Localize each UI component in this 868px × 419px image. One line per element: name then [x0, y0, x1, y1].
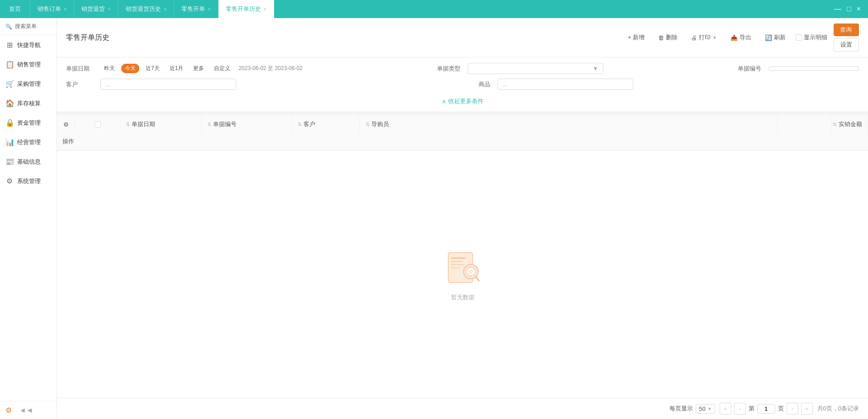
nav-tabs: 首页 销售订单 × 销货退货 × 销货退货历史 × 零售开单 × 零售开单历史 … — [0, 0, 827, 18]
display-detail-toggle[interactable]: 显示明细 — [796, 33, 827, 42]
query-button[interactable]: 查询 — [834, 24, 859, 36]
content-area: 零售开单历史 + 新增 🗑 删除 🖨 打印 ▼ 📤 导出 🔄 — [57, 18, 868, 419]
th-customer[interactable]: ⇅ 客户 — [292, 116, 360, 133]
per-page-value: 50 — [699, 405, 705, 412]
select-all-checkbox[interactable] — [95, 121, 101, 127]
th-guide[interactable]: ⇅ 导购员 — [360, 116, 778, 133]
print-dropdown-icon: ▼ — [712, 35, 717, 40]
th-doc-no-icon: ⇅ — [207, 122, 211, 127]
tab-sales-return-history-close[interactable]: × — [164, 6, 166, 12]
query-setting-group: 查询 设置 — [834, 24, 859, 52]
sidebar-item-quick-nav-label: 快捷导航 — [17, 41, 41, 49]
customer-filter-label: 客户 — [66, 80, 93, 89]
collapse-filter-btn[interactable]: ∧ 收起更多条件 — [66, 94, 859, 106]
date-btn-7days[interactable]: 近7天 — [142, 64, 163, 73]
th-doc-date-label: 单据日期 — [132, 120, 155, 128]
tab-sales-return[interactable]: 销货退货 × — [74, 0, 118, 18]
th-doc-date-icon: ⇅ — [126, 122, 130, 127]
print-button[interactable]: 🖨 打印 ▼ — [688, 32, 721, 43]
display-detail-checkbox[interactable] — [796, 34, 802, 41]
per-page-arrow: ▼ — [707, 406, 712, 411]
export-button[interactable]: 📤 导出 — [727, 32, 755, 43]
sidebar-item-inventory[interactable]: 🏠 库存核算 — [0, 94, 57, 113]
per-page-label: 每页显示 — [669, 405, 693, 413]
sidebar-item-operations[interactable]: 📊 经营管理 — [0, 132, 57, 152]
svg-rect-1 — [451, 257, 465, 259]
sidebar-item-finance-label: 资金管理 — [17, 119, 41, 127]
doc-type-label: 单据类型 — [437, 65, 460, 73]
tab-retail-open-history[interactable]: 零售开单历史 × — [218, 0, 274, 18]
date-range-display: 2023-06-02 至 2023-06-02 — [238, 65, 302, 72]
window-close-btn[interactable]: × — [857, 5, 861, 13]
tab-sales-return-label: 销货退货 — [81, 5, 105, 13]
tab-retail-open-history-label: 零售开单历史 — [226, 5, 261, 13]
tab-sales-order[interactable]: 销售订单 × — [30, 0, 74, 18]
quick-nav-icon: ⊞ — [5, 41, 14, 49]
inventory-icon: 🏠 — [5, 99, 14, 108]
sidebar-item-sales-mgmt[interactable]: 📋 销售管理 — [0, 55, 57, 74]
sidebar-item-system-label: 系统管理 — [17, 177, 41, 185]
tab-sales-return-history[interactable]: 销货退货历史 × — [119, 0, 174, 18]
sidebar-search[interactable]: 🔍 搜索菜单 — [0, 18, 57, 35]
sidebar-search-inner[interactable]: 🔍 搜索菜单 — [5, 23, 51, 30]
th-operations-label: 操作 — [62, 137, 74, 146]
tab-home-label: 首页 — [9, 5, 21, 13]
th-doc-no-label: 单据编号 — [213, 120, 237, 128]
refresh-button[interactable]: 🔄 刷新 — [761, 32, 789, 43]
date-filter-label: 单据日期 — [66, 65, 93, 73]
svg-rect-4 — [451, 267, 460, 268]
prev-page-btn[interactable]: ‹ — [734, 403, 746, 414]
column-settings-icon[interactable]: ⚙ — [63, 121, 69, 128]
add-button[interactable]: + 新增 — [624, 32, 648, 43]
export-icon: 📤 — [730, 34, 738, 41]
sidebar-settings-icon[interactable]: ⚙ — [5, 406, 12, 414]
date-btn-more[interactable]: 更多 — [190, 64, 208, 73]
pagination: 每页显示 50 ▼ « ‹ 第 页 › » 共0页，0条记录 — [57, 398, 868, 419]
date-btn-custom[interactable]: 自定义 — [210, 64, 234, 73]
empty-state: 暂无数据 — [440, 247, 485, 301]
sidebar-item-basic-info[interactable]: 📰 基础信息 — [0, 152, 57, 171]
th-doc-no[interactable]: ⇅ 单据编号 — [202, 116, 292, 133]
last-page-btn[interactable]: » — [801, 403, 813, 414]
date-btn-yesterday[interactable]: 昨天 — [100, 64, 119, 73]
table-wrapper: ⚙ ⇅ 单据日期 ⇅ 单据编号 ⇅ 客户 ⇅ — [57, 116, 868, 419]
date-btn-today[interactable]: 今天 — [121, 64, 139, 73]
tab-sales-return-close[interactable]: × — [108, 6, 110, 12]
date-btn-1month[interactable]: 近1月 — [166, 64, 187, 73]
setting-button[interactable]: 设置 — [834, 38, 859, 52]
svg-rect-3 — [451, 264, 465, 265]
th-customer-icon: ⇅ — [298, 122, 302, 127]
window-min-btn[interactable]: — — [834, 5, 841, 13]
doc-type-select[interactable]: ▼ — [468, 63, 603, 74]
top-nav: 首页 销售订单 × 销货退货 × 销货退货历史 × 零售开单 × 零售开单历史 … — [0, 0, 868, 18]
th-customer-label: 客户 — [304, 120, 315, 128]
customer-input[interactable]: ... — [100, 79, 236, 90]
sidebar-item-purchase-mgmt[interactable]: 🛒 采购管理 — [0, 74, 57, 94]
filter-row-2: 客户 ... 商品 ... — [66, 79, 859, 90]
window-max-btn[interactable]: □ — [847, 5, 851, 13]
first-page-btn[interactable]: « — [720, 403, 731, 414]
sidebar: 🔍 搜索菜单 ⊞ 快捷导航 📋 销售管理 🛒 采购管理 🏠 库存核算 🔒 资金管… — [0, 18, 57, 419]
per-page-select[interactable]: 50 ▼ — [696, 404, 715, 414]
tab-sales-order-close[interactable]: × — [64, 6, 66, 12]
delete-button[interactable]: 🗑 删除 — [655, 32, 681, 43]
th-actual-amount[interactable]: ⇅ 实销金额 — [832, 116, 868, 133]
th-doc-date[interactable]: ⇅ 单据日期 — [120, 116, 202, 133]
sidebar-item-quick-nav[interactable]: ⊞ 快捷导航 — [0, 35, 57, 55]
page-input[interactable] — [757, 404, 775, 414]
next-page-btn[interactable]: › — [787, 403, 798, 414]
sidebar-item-system[interactable]: ⚙ 系统管理 — [0, 171, 57, 191]
tab-home[interactable]: 首页 — [0, 0, 30, 18]
sidebar-collapse-icon[interactable]: ◄◄ — [19, 406, 33, 414]
tab-retail-open[interactable]: 零售开单 × — [174, 0, 218, 18]
system-icon: ⚙ — [5, 177, 14, 185]
tab-retail-open-history-close[interactable]: × — [264, 6, 266, 12]
goods-input[interactable]: ... — [498, 79, 633, 90]
sidebar-item-finance[interactable]: 🔒 资金管理 — [0, 113, 57, 132]
doc-no-input[interactable] — [768, 66, 859, 71]
page-prefix-label: 第 — [749, 405, 754, 413]
th-settings[interactable]: ⚙ — [57, 116, 75, 133]
pagination-controls: « ‹ 第 页 › » — [720, 403, 813, 414]
tab-retail-open-close[interactable]: × — [208, 6, 210, 12]
th-checkbox[interactable] — [75, 116, 120, 133]
